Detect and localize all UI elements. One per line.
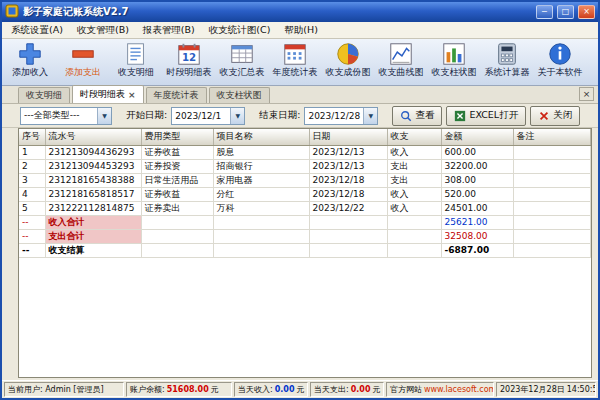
start-date-select[interactable]: 2023/12/1 ▼ [171,107,245,125]
add-expense-button[interactable]: 添加支出 [57,40,109,84]
column-header[interactable]: 日期 [309,129,387,145]
cell-item [213,243,309,257]
line-chart-label: 收支曲线图 [379,67,424,79]
cell-date [309,215,387,229]
table-row[interactable]: -- 收入合计 25621.00 [19,215,591,229]
year-calendar-icon [282,41,308,67]
cell-serial: 3 [19,173,45,187]
tab[interactable]: 年度统计表 × [146,87,207,103]
close-button[interactable]: × [578,5,595,19]
summary-button[interactable]: 收支汇总表 [216,40,268,84]
about-button[interactable]: 关于本软件 [534,40,586,84]
cell-flow-no: 231213094436293 [45,145,141,159]
type-filter-select[interactable]: ---全部类型--- ▼ [20,107,112,125]
magnifier-icon [400,110,412,122]
chevron-down-icon[interactable]: ▼ [363,108,377,124]
start-date-value: 2023/12/1 [175,111,221,121]
cell-amount: 32508.00 [441,229,513,243]
column-header[interactable]: 收支 [387,129,441,145]
menu-bar: 系统设置(A) 收支管理(B) 报表管理(B) 收支统计图(C) 帮助(H) [2,22,598,39]
menu-item[interactable]: 系统设置(A) [4,23,70,38]
cell-date: 2023/12/13 [309,145,387,159]
column-header[interactable]: 流水号 [45,129,141,145]
cell-type: 日常生活用品 [141,173,213,187]
annual-stats-button[interactable]: 年度统计表 [269,40,321,84]
minimize-button[interactable]: ─ [536,5,553,19]
cell-flow-no: 收入合计 [45,215,141,229]
start-date-label: 开始日期: [126,109,167,122]
cell-date: 2023/12/18 [309,173,387,187]
menu-item[interactable]: 收支管理(B) [70,23,136,38]
table-row[interactable]: 1 231213094436293 证券收益 股息 2023/12/13 收入 … [19,145,591,159]
close-view-button[interactable]: 关闭 [530,106,580,126]
tab[interactable]: 收支明细 × [18,87,70,103]
annual-stats-label: 年度统计表 [273,67,318,79]
plus-icon [17,41,43,67]
status-date: 2023年12月28日 [500,384,565,395]
table-row[interactable]: 2 231213094453293 证券投资 招商银行 2023/12/13 支… [19,159,591,173]
cell-note [513,187,591,201]
cell-serial: -- [19,229,45,243]
minus-icon [70,41,96,67]
end-date-select[interactable]: 2023/12/28 ▼ [304,107,378,125]
cell-direction [387,229,441,243]
view-button[interactable]: 查看 [392,106,442,126]
detail-label: 收支明细 [118,67,154,79]
column-header[interactable]: 序号 [19,129,45,145]
window-title: 影子家庭记账系统V2.7 [23,5,532,19]
cell-date [309,243,387,257]
table-row[interactable]: 5 231222112814875 证券卖出 万科 2023/12/22 收入 … [19,201,591,215]
tab[interactable]: 收支柱状图 × [209,87,270,103]
add-income-button[interactable]: 添加收入 [4,40,56,84]
tab-close-icon[interactable]: × [128,90,136,100]
table-row[interactable]: -- 支出合计 32508.00 [19,229,591,243]
balance-value: 51608.00 [167,385,209,394]
menu-item[interactable]: 收支统计图(C) [202,23,278,38]
expense-unit: 元 [372,384,380,395]
status-datetime: 2023年12月28日 14:50:55 [496,382,596,397]
income-label: 当天收入: [238,384,273,395]
excel-icon [454,110,466,122]
excel-open-button[interactable]: EXCEL打开 [446,106,526,126]
menu-item[interactable]: 帮助(H) [277,23,325,38]
balance-unit: 元 [211,384,219,395]
cell-amount: -6887.00 [441,243,513,257]
line-chart-button[interactable]: 收支曲线图 [375,40,427,84]
tab-label: 收支明细 [26,89,62,102]
menu-item[interactable]: 报表管理(B) [136,23,202,38]
cell-type [141,215,213,229]
tab[interactable]: 时段明细表 × [72,85,144,103]
pie-chart-button[interactable]: 收支成份图 [322,40,374,84]
site-label: 官方网站 [390,384,422,395]
cell-direction: 收入 [387,187,441,201]
cell-type: 证券收益 [141,145,213,159]
status-user: 当前用户: Admin [管理员] [4,382,124,397]
income-value: 0.00 [275,385,295,394]
column-header[interactable]: 费用类型 [141,129,213,145]
site-link[interactable]: www.lacesoft.com [424,385,494,394]
cell-type [141,243,213,257]
chevron-down-icon[interactable]: ▼ [230,108,244,124]
table-row[interactable]: 4 231218165818517 证券收益 分红 2023/12/18 收入 … [19,187,591,201]
table-row[interactable]: -- 收支结算 -6887.00 [19,243,591,257]
tab-label: 时段明细表 [80,88,125,101]
cell-amount: 600.00 [441,145,513,159]
expense-label: 当天支出: [314,384,349,395]
period-detail-button[interactable]: 12 时段明细表 [163,40,215,84]
status-bar: 当前用户: Admin [管理员] 账户余额: 51608.00 元 当天收入:… [2,380,598,398]
cell-type: 证券卖出 [141,201,213,215]
column-header[interactable]: 项目名称 [213,129,309,145]
maximize-button[interactable]: □ [557,5,574,19]
bar-chart-button[interactable]: 收支柱状图 [428,40,480,84]
detail-button[interactable]: 收支明细 [110,40,162,84]
column-header[interactable]: 金额 [441,129,513,145]
balance-label: 账户余额: [130,384,165,395]
chevron-down-icon[interactable]: ▼ [97,108,111,124]
cell-item [213,229,309,243]
tabstrip-close-icon[interactable]: × [579,87,594,101]
calculator-button[interactable]: 系统计算器 [481,40,533,84]
cell-type: 证券投资 [141,159,213,173]
table-row[interactable]: 3 231218165438388 日常生活用品 家用电器 2023/12/18… [19,173,591,187]
column-header[interactable]: 备注 [513,129,591,145]
cell-serial: 5 [19,201,45,215]
